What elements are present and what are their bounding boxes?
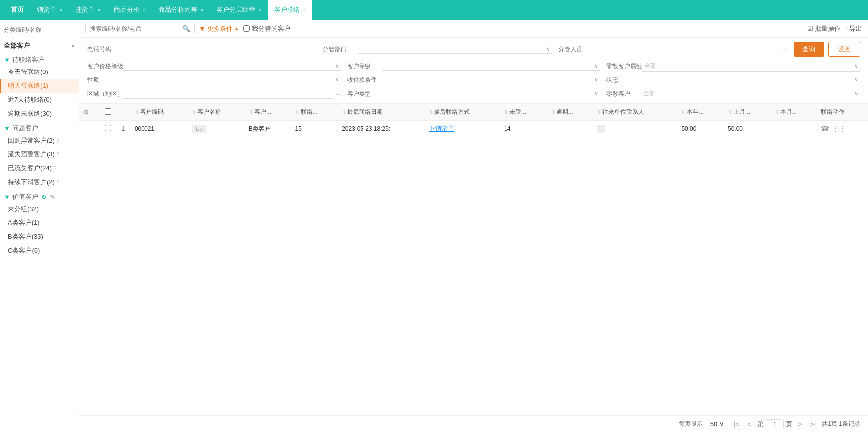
filter-payment: 收付款条件 ∨ — [347, 75, 601, 84]
close-sales-tab[interactable]: × — [59, 7, 62, 13]
region-dots[interactable]: ··· — [335, 90, 341, 98]
search-wrap: 🔍 — [85, 23, 195, 34]
all-customers-section[interactable]: 全部客户 « — [0, 39, 79, 52]
row-no-contact-cell: 14 — [500, 121, 547, 137]
unit-contact-col-header[interactable]: 往来单位联系人 — [593, 104, 677, 121]
row-settings-cell — [79, 121, 101, 137]
sidebar-item-7day-contact[interactable]: 近7天待联络(0) — [0, 93, 79, 107]
close-analysis-tab[interactable]: × — [143, 7, 145, 13]
price-level-select[interactable]: ∨ — [123, 62, 341, 71]
index-col-header — [116, 104, 131, 121]
per-page-select[interactable]: 50 ∨ — [707, 419, 727, 429]
table-header-row: ⚙ 客户编码 客户名称 客户... 联络... 最后联络日期 最后联络方式 未联… — [79, 104, 868, 121]
sidebar-search-input[interactable] — [4, 26, 78, 33]
page-input[interactable] — [766, 419, 784, 429]
sidebar-item-churn-warning[interactable]: 流失预警客户(3) ? — [0, 147, 79, 161]
row-checkbox[interactable] — [105, 125, 111, 131]
question-icon-1[interactable]: ? — [56, 151, 59, 157]
name-col-header[interactable]: 客户名称 — [188, 104, 245, 121]
retail-customer-select[interactable]: 全部 ∨ — [641, 88, 860, 99]
refresh-icon[interactable]: ↻ — [41, 193, 47, 201]
advanced-filter: 电话号码 分管部门 ∨ 分管人员 ··· 查询 设置 — [79, 38, 868, 104]
nav-tab-purchase[interactable]: 进货单 × — [69, 0, 106, 20]
sidebar-item-churned[interactable]: 已流失客户(24) ? — [0, 161, 79, 175]
more-conditions-btn[interactable]: ▼ 更多条件 ▲ — [199, 24, 239, 33]
sidebar-item-overdue-contact[interactable]: 逾期未联络(30) — [0, 107, 79, 121]
my-customers-checkbox[interactable] — [243, 25, 250, 32]
close-analysis-list-tab[interactable]: × — [200, 7, 203, 13]
contact-action-icon[interactable]: ☎ — [821, 125, 829, 133]
search-button[interactable]: 🔍 — [182, 25, 190, 32]
sidebar-item-class-c[interactable]: C类客户(6) — [0, 244, 79, 258]
first-page-btn[interactable]: |< — [731, 419, 741, 429]
search-input[interactable] — [90, 25, 182, 32]
retail-attr-select[interactable]: 全部 ∨ — [642, 61, 860, 72]
no-contact-col-header[interactable]: 未联... — [500, 104, 547, 121]
query-button[interactable]: 查询 — [794, 42, 824, 57]
contact-col-header[interactable]: 联络... — [291, 104, 338, 121]
sidebar-item-today-contact[interactable]: 今天待联络(0) — [0, 65, 79, 79]
filter-quick-actions: 查询 设置 — [794, 42, 860, 57]
nav-tab-customer-tier[interactable]: 客户分层经营 × — [211, 0, 267, 20]
settings-col-header[interactable]: ⚙ — [79, 104, 101, 121]
sidebar-item-class-b[interactable]: B类客户(33) — [0, 230, 79, 244]
customer-type-select[interactable]: ∨ — [382, 89, 601, 98]
sidebar-item-abnormal-repurchase[interactable]: 回购异常客户(2) ? — [0, 134, 79, 147]
dept-select[interactable]: ∨ — [358, 45, 552, 54]
next-page-btn[interactable]: > — [796, 419, 804, 429]
status-select[interactable]: ∨ — [641, 75, 860, 84]
question-icon-0[interactable]: ? — [56, 138, 59, 144]
person-dots[interactable]: ··· — [782, 45, 788, 53]
per-page-label: 每页显示 — [679, 420, 703, 428]
my-customers-checkbox-wrap[interactable]: 我分管的客户 — [243, 24, 290, 33]
sidebar-item-tomorrow-contact[interactable]: 明天待联络(1) — [0, 79, 79, 93]
collapse-icon: « — [72, 42, 75, 49]
nav-tab-customer-contact[interactable]: 客户联络 × — [268, 0, 312, 20]
nature-select[interactable]: ∨ — [122, 75, 341, 84]
nav-tab-analysis-list[interactable]: 商品分析列表 × — [152, 0, 209, 20]
overdue-col-header[interactable]: 逾期... — [547, 104, 593, 121]
customer-level-select[interactable]: ∨ — [382, 62, 601, 71]
nav-tab-analysis[interactable]: 商品分析 × — [108, 0, 151, 20]
row-contact-cell: 15 — [291, 121, 338, 137]
region-input[interactable] — [123, 89, 333, 99]
question-icon-2[interactable]: ? — [53, 165, 56, 171]
value-customer-group: ▼ 价值客户 ↻ ✎ — [0, 189, 79, 202]
type-col-header[interactable]: 客户... — [245, 104, 291, 121]
top-nav: 首页 销货单 × 进货单 × 商品分析 × 商品分析列表 × 客户分层经营 × … — [0, 0, 868, 20]
person-input[interactable] — [593, 45, 780, 54]
last-contact-date-col-header[interactable]: 最后联络日期 — [338, 104, 425, 121]
more-action-icon[interactable]: ⋮⋮ — [832, 125, 846, 133]
action-icons: ☎ ⋮⋮ — [821, 125, 864, 133]
close-purchase-tab[interactable]: × — [97, 7, 100, 13]
edit-icon[interactable]: ✎ — [50, 193, 55, 201]
phone-input[interactable] — [122, 45, 317, 54]
last-page-btn[interactable]: >| — [808, 419, 818, 429]
filter-icon: ▼ — [199, 25, 206, 33]
last-contact-method-col-header[interactable]: 最后联络方式 — [425, 104, 500, 121]
settings-icon[interactable]: ⚙ — [83, 108, 89, 116]
close-customer-tier-tab[interactable]: × — [258, 7, 261, 13]
this-year-col-header[interactable]: 本年... — [677, 104, 724, 121]
batch-op-icon: ☑ — [807, 25, 813, 32]
row-last-contact-method-cell[interactable]: 下销货单 — [425, 121, 500, 137]
reset-button[interactable]: 设置 — [828, 42, 860, 57]
sidebar-item-class-a[interactable]: A类客户(1) — [0, 216, 79, 230]
nav-tab-sales[interactable]: 销货单 × — [31, 0, 68, 20]
question-icon-3[interactable]: ? — [56, 179, 59, 185]
this-month-col-header[interactable]: 本月... — [771, 104, 817, 121]
sidebar-item-declining[interactable]: 持续下滑客户(2) ? — [0, 175, 79, 189]
last-month-col-header[interactable]: 上月... — [724, 104, 771, 121]
row-name-cell: Ea — [188, 121, 245, 137]
sidebar-item-ungrouped[interactable]: 未分组(32) — [0, 202, 79, 216]
batch-op-btn[interactable]: ☑ 批量操作 — [807, 24, 841, 33]
export-icon: ↑ — [845, 25, 848, 32]
close-customer-contact-tab[interactable]: × — [303, 7, 306, 13]
payment-select[interactable]: ∨ — [382, 75, 601, 84]
price-level-arrow: ∨ — [335, 63, 339, 69]
prev-page-btn[interactable]: < — [745, 419, 753, 429]
select-all-checkbox[interactable] — [105, 108, 111, 115]
code-col-header[interactable]: 客户编码 — [131, 104, 188, 121]
export-btn[interactable]: ↑ 导出 — [845, 24, 863, 33]
nav-home[interactable]: 首页 — [5, 0, 30, 20]
